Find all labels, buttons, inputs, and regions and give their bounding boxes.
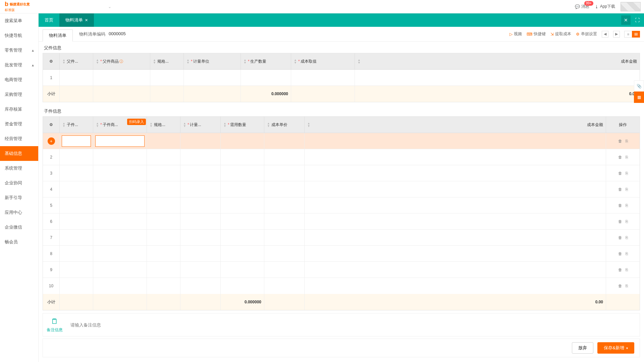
sidebar-item[interactable]: 搜索菜单 bbox=[0, 13, 38, 28]
sidebar-item[interactable]: 资金管理 bbox=[0, 117, 38, 131]
messages-button[interactable]: 💬 消息 99+ bbox=[575, 4, 589, 9]
cell[interactable] bbox=[60, 230, 93, 245]
child-row[interactable]: 4🗑⎘ bbox=[43, 181, 640, 197]
sidebar-item[interactable]: 批发管理▶ bbox=[0, 58, 38, 72]
cell[interactable] bbox=[264, 214, 305, 229]
cell[interactable] bbox=[147, 133, 180, 149]
sidebar-item[interactable]: 经营管理 bbox=[0, 131, 38, 146]
add-row-button[interactable]: + bbox=[48, 137, 55, 145]
cell[interactable] bbox=[305, 262, 606, 278]
cell[interactable] bbox=[180, 165, 221, 181]
cell[interactable] bbox=[93, 149, 147, 165]
video-help-button[interactable]: ▷视频 bbox=[509, 31, 522, 37]
cell[interactable] bbox=[305, 278, 606, 294]
sidebar-item[interactable]: 基础信息 bbox=[0, 146, 38, 161]
sidebar-item[interactable]: 应用中心 bbox=[0, 205, 38, 220]
col-child-unit[interactable]: ▲▼*计量... bbox=[180, 117, 221, 133]
sidebar-item[interactable]: 快捷导航 bbox=[0, 28, 38, 43]
copy-row-button[interactable]: ⎘ bbox=[626, 139, 628, 143]
cell-parent-cost-amt[interactable] bbox=[355, 70, 640, 85]
cell[interactable] bbox=[147, 149, 180, 165]
cell-parent-spec[interactable] bbox=[150, 70, 184, 85]
col-child-code[interactable]: ▲▼子件... bbox=[60, 117, 93, 133]
cell[interactable] bbox=[264, 197, 305, 213]
attachment-button[interactable]: 📎 bbox=[634, 80, 644, 92]
cell[interactable] bbox=[147, 165, 180, 181]
child-row[interactable]: 8🗑⎘ bbox=[43, 246, 640, 262]
copy-row-button[interactable]: ⎘ bbox=[626, 187, 628, 192]
delete-row-button[interactable]: 🗑 bbox=[618, 235, 622, 240]
sidebar-item[interactable]: 新手引导 bbox=[0, 190, 38, 205]
cell[interactable] bbox=[221, 133, 264, 149]
delete-row-button[interactable]: 🗑 bbox=[618, 139, 622, 143]
cell[interactable] bbox=[180, 149, 221, 165]
column-settings-button[interactable]: ⚙ bbox=[43, 117, 60, 133]
cell[interactable] bbox=[180, 214, 221, 229]
col-parent-qty[interactable]: ▲▼*生产数量 bbox=[241, 53, 291, 69]
form-settings-button[interactable]: ⚙单据设置 bbox=[576, 31, 597, 37]
view-form-button[interactable]: ▤ bbox=[632, 31, 640, 38]
cell[interactable] bbox=[221, 165, 264, 181]
cell[interactable] bbox=[60, 165, 93, 181]
col-child-qty[interactable]: ▲▼*需用数量 bbox=[221, 117, 264, 133]
cell[interactable] bbox=[264, 230, 305, 245]
cell[interactable] bbox=[221, 197, 264, 213]
cell[interactable] bbox=[221, 262, 264, 278]
cell[interactable] bbox=[221, 278, 264, 294]
col-child-product[interactable]: ▲▼*子件商...扫码录入 bbox=[93, 117, 147, 133]
cell-parent-code[interactable] bbox=[60, 70, 93, 85]
delete-row-button[interactable]: 🗑 bbox=[618, 219, 622, 224]
cell[interactable] bbox=[93, 278, 147, 294]
hotkey-button[interactable]: ⌨快捷键 bbox=[527, 31, 546, 37]
cell[interactable] bbox=[180, 181, 221, 197]
delete-row-button[interactable]: 🗑 bbox=[618, 171, 622, 176]
cell[interactable] bbox=[305, 165, 606, 181]
cell[interactable] bbox=[60, 246, 93, 261]
cell[interactable] bbox=[60, 149, 93, 165]
cell[interactable] bbox=[221, 230, 264, 245]
cell[interactable] bbox=[264, 262, 305, 278]
discard-button[interactable]: 放弃 bbox=[572, 342, 593, 354]
tab-close-icon[interactable]: ✕ bbox=[85, 18, 88, 22]
cell[interactable] bbox=[305, 181, 606, 197]
cell-input[interactable] bbox=[62, 135, 91, 147]
col-child-spec[interactable]: ▲▼规格... bbox=[147, 117, 180, 133]
cell[interactable] bbox=[264, 133, 305, 149]
cell[interactable] bbox=[93, 197, 147, 213]
user-avatar[interactable] bbox=[621, 2, 641, 11]
cell-parent-unit[interactable] bbox=[184, 70, 241, 85]
cell[interactable] bbox=[264, 246, 305, 261]
cell[interactable] bbox=[93, 133, 147, 149]
cell[interactable] bbox=[93, 246, 147, 261]
tab[interactable]: 物料清单✕ bbox=[59, 13, 94, 27]
delete-row-button[interactable]: 🗑 bbox=[618, 267, 622, 272]
cell[interactable] bbox=[60, 278, 93, 294]
cell[interactable] bbox=[305, 197, 606, 213]
delete-row-button[interactable]: 🗑 bbox=[618, 284, 622, 288]
cell[interactable] bbox=[221, 181, 264, 197]
cell-parent-product[interactable] bbox=[93, 70, 150, 85]
copy-row-button[interactable]: ⎘ bbox=[626, 267, 628, 272]
cell[interactable] bbox=[147, 197, 180, 213]
delete-row-button[interactable]: 🗑 bbox=[618, 155, 622, 160]
app-download-button[interactable]: ⭳ App下载 bbox=[595, 4, 615, 9]
cell[interactable] bbox=[93, 262, 147, 278]
cell[interactable] bbox=[93, 214, 147, 229]
col-parent-spec[interactable]: ▲▼规格... bbox=[150, 53, 184, 69]
cell[interactable] bbox=[264, 165, 305, 181]
cell[interactable] bbox=[147, 230, 180, 245]
extract-cost-button[interactable]: ⇲提取成本 bbox=[550, 31, 571, 37]
child-row[interactable]: +🗑⎘ bbox=[43, 133, 640, 149]
cell[interactable] bbox=[180, 230, 221, 245]
cell[interactable] bbox=[264, 149, 305, 165]
copy-row-button[interactable]: ⎘ bbox=[626, 219, 628, 224]
col-parent-cost-amt[interactable]: ▲▼成本金额 bbox=[355, 53, 640, 69]
scan-input-badge[interactable]: 扫码录入 bbox=[127, 119, 146, 125]
copy-row-button[interactable]: ⎘ bbox=[626, 251, 628, 256]
prev-record-button[interactable]: ◀ bbox=[602, 31, 608, 38]
cell[interactable] bbox=[60, 133, 93, 149]
cell[interactable] bbox=[180, 262, 221, 278]
sidebar-item[interactable]: 零售管理▶ bbox=[0, 43, 38, 58]
col-child-cost-amt[interactable]: ▲▼成本金额 bbox=[305, 117, 606, 133]
child-row[interactable]: 5🗑⎘ bbox=[43, 197, 640, 214]
